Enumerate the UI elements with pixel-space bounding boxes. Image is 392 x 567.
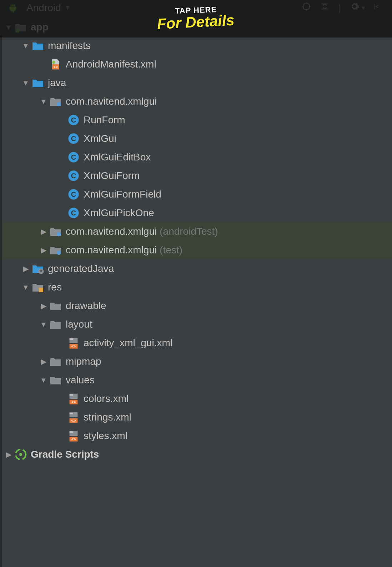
chevron-down-icon: ▼ [21, 42, 31, 50]
class-icon: C [66, 114, 81, 126]
tree-label: XmlGuiPickOne [84, 207, 154, 219]
project-tree: ▼ app ▼ manifests ▶ <> AndroidManifest.x… [0, 16, 392, 464]
folder-grey-icon [49, 318, 63, 331]
chevron-down-icon: ▼ [39, 98, 49, 106]
svg-text:<>: <> [71, 400, 76, 404]
svg-text:<>: <> [71, 344, 76, 348]
xml-file-icon: <> [66, 429, 81, 442]
folder-grey-icon [49, 374, 63, 387]
svg-text:<>: <> [53, 65, 58, 69]
svg-text:<>: <> [71, 418, 76, 423]
collapse-icon[interactable] [320, 1, 330, 14]
tree-item-gradle-scripts[interactable]: ▶ Gradle Scripts [0, 445, 392, 464]
tree-item-class-xmlgui[interactable]: ▶ C XmlGui [0, 129, 392, 148]
chevron-right-icon: ▶ [39, 357, 49, 366]
project-toolbar: Android ▼ | ▾ [0, 0, 392, 16]
tree-item-values[interactable]: ▼ values [0, 371, 392, 389]
tree-label-suffix: (test) [160, 244, 182, 256]
gear-dropdown-icon[interactable]: ▾ [362, 4, 365, 12]
class-icon: C [66, 151, 81, 164]
tree-item-colors-xml[interactable]: ▶ <> colors.xml [0, 389, 392, 408]
package-icon [49, 225, 63, 238]
svg-text:C: C [71, 209, 76, 217]
folder-grey-icon [49, 355, 63, 368]
tree-label: mipmap [66, 356, 101, 367]
tree-item-pkg-test[interactable]: ▶ com.navitend.xmlgui (test) [0, 241, 392, 259]
tree-item-class-xmlguiformfield[interactable]: ▶ C XmlGuiFormField [0, 185, 392, 204]
scrollbar[interactable] [0, 36, 2, 567]
tree-item-mipmap[interactable]: ▶ mipmap [0, 352, 392, 371]
tree-item-class-xmlguipickone[interactable]: ▶ C XmlGuiPickOne [0, 204, 392, 222]
tree-label: com.navitend.xmlgui [66, 244, 157, 256]
tree-item-manifests[interactable]: ▼ manifests [0, 36, 392, 55]
chevron-down-icon: ▼ [39, 376, 49, 384]
tree-label: layout [66, 319, 92, 330]
tree-item-android-manifest[interactable]: ▶ <> AndroidManifest.xml [0, 55, 392, 74]
folder-icon [31, 76, 45, 89]
generated-folder-icon [31, 262, 45, 275]
class-icon: C [66, 207, 81, 219]
module-folder-icon [14, 21, 28, 34]
chevron-right-icon: ▶ [39, 246, 49, 254]
svg-point-18 [57, 232, 61, 237]
xml-file-icon: <> [66, 411, 81, 424]
svg-point-4 [52, 61, 55, 64]
tree-label: activity_xml_gui.xml [84, 337, 172, 349]
tree-label: values [66, 374, 95, 386]
tree-item-class-xmlguiform[interactable]: ▶ C XmlGuiForm [0, 166, 392, 185]
tree-item-activity-xml[interactable]: ▶ <> activity_xml_gui.xml [0, 334, 392, 352]
tree-label: XmlGuiFormField [84, 189, 161, 200]
tree-item-generatedjava[interactable]: ▶ generatedJava [0, 259, 392, 278]
target-icon[interactable] [301, 1, 311, 14]
tree-item-app[interactable]: ▼ app [0, 18, 392, 36]
svg-text:C: C [71, 172, 76, 180]
tree-item-drawable[interactable]: ▶ drawable [0, 297, 392, 315]
package-icon [49, 244, 63, 257]
resource-folder-icon [31, 281, 45, 294]
tree-label: res [48, 282, 62, 293]
tree-label: strings.xml [84, 412, 131, 423]
svg-text:C: C [71, 116, 76, 124]
tree-label: com.navitend.xmlgui [66, 226, 157, 237]
view-selector-label[interactable]: Android [26, 2, 61, 14]
tree-label: Gradle Scripts [31, 449, 99, 460]
tree-item-java[interactable]: ▼ java [0, 74, 392, 92]
hide-panel-icon[interactable] [373, 1, 381, 14]
chevron-right-icon: ▶ [39, 302, 49, 310]
tree-item-pkg-androidtest[interactable]: ▶ com.navitend.xmlgui (androidTest) [0, 222, 392, 241]
svg-text:C: C [71, 190, 76, 198]
tree-item-styles-xml[interactable]: ▶ <> styles.xml [0, 427, 392, 445]
svg-text:C: C [71, 153, 76, 161]
tree-label: app [31, 21, 49, 33]
chevron-right-icon: ▶ [21, 264, 31, 273]
tree-item-pkg-main[interactable]: ▼ com.navitend.xmlgui [0, 92, 392, 111]
tree-label: manifests [48, 40, 91, 51]
manifest-file-icon: <> [49, 58, 63, 71]
tree-item-strings-xml[interactable]: ▶ <> strings.xml [0, 408, 392, 427]
tree-label: generatedJava [48, 263, 114, 274]
android-robot-icon [6, 1, 20, 14]
tree-item-layout[interactable]: ▼ layout [0, 315, 392, 334]
svg-point-19 [57, 251, 61, 255]
xml-layout-file-icon: <> [66, 337, 81, 349]
svg-text:C: C [71, 135, 76, 143]
xml-file-icon: <> [66, 392, 81, 405]
dropdown-arrow-icon[interactable]: ▼ [65, 4, 71, 11]
chevron-down-icon: ▼ [21, 283, 31, 292]
svg-rect-35 [70, 431, 73, 433]
tree-item-class-runform[interactable]: ▶ C RunForm [0, 111, 392, 129]
gradle-icon [14, 448, 28, 461]
tree-label: colors.xml [84, 393, 129, 404]
tree-item-res[interactable]: ▼ res [0, 278, 392, 297]
tree-item-class-xmlguieditbox[interactable]: ▶ C XmlGuiEditBox [0, 148, 392, 166]
tree-label: java [48, 77, 66, 89]
gear-icon[interactable] [350, 1, 360, 14]
tree-label: com.navitend.xmlgui [66, 96, 157, 107]
svg-point-5 [57, 102, 61, 106]
class-icon: C [66, 188, 81, 201]
chevron-down-icon: ▼ [21, 79, 31, 87]
chevron-right-icon: ▶ [39, 227, 49, 236]
tree-label: styles.xml [84, 430, 127, 442]
class-icon: C [66, 169, 81, 182]
svg-rect-31 [70, 413, 73, 414]
